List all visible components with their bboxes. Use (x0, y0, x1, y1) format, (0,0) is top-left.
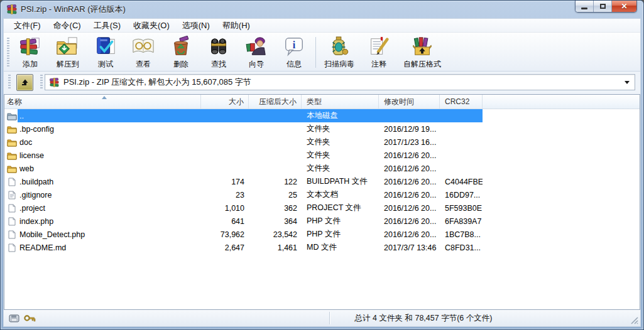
encryption-key-icon[interactable] (24, 314, 36, 322)
sort-ascending-icon (102, 96, 107, 99)
text-file-icon (7, 191, 17, 200)
combobox-dropdown-icon[interactable] (625, 81, 630, 84)
view-file-icon (130, 36, 156, 58)
file-icon (7, 243, 17, 252)
column-header-crc32[interactable]: CRC32 (440, 95, 483, 109)
menu-help[interactable]: 帮助(H) (216, 19, 256, 33)
addressbar-gripper[interactable] (8, 75, 11, 90)
virus-scan-icon (326, 36, 352, 58)
file-row[interactable]: license 文件夹 2016/12/6 20... (4, 149, 640, 162)
file-row[interactable]: index.php 641 364 PHP 文件 2016/12/6 20...… (4, 215, 640, 228)
file-row[interactable]: Mobile_Detect.php 73,962 23,542 PHP 文件 2… (4, 228, 640, 241)
menu-favorites[interactable]: 收藏夹(O) (127, 19, 176, 33)
minimize-button[interactable] (576, 1, 594, 12)
tool-label: 删除 (173, 59, 188, 70)
resize-grip[interactable] (630, 316, 639, 325)
comment-icon (366, 36, 392, 58)
file-row-updir[interactable]: .. 本地磁盘 (4, 109, 640, 122)
folder-icon (7, 125, 17, 134)
test-button[interactable]: 测试 (87, 34, 124, 71)
menu-tools[interactable]: 工具(S) (87, 19, 127, 33)
tool-label: 查找 (211, 59, 226, 70)
window-title: PSI.zip - WinRAR (评估版本) (21, 4, 126, 15)
file-row[interactable]: .gitignore 23 25 文本文档 2016/12/6 20... 16… (4, 188, 640, 201)
extract-to-button[interactable]: 解压到 (49, 34, 87, 71)
toolbar-separator (315, 37, 316, 68)
sfx-button[interactable]: 自解压格式 (398, 34, 447, 71)
archive-description: PSI.zip - ZIP 压缩文件, 解包大小为 15,607,085 字节 (63, 77, 621, 88)
menubar: 文件(F) 命令(C) 工具(S) 收藏夹(O) 选项(N) 帮助(H) (4, 19, 640, 33)
archive-path-combobox[interactable]: PSI.zip - ZIP 压缩文件, 解包大小为 15,607,085 字节 (45, 74, 635, 90)
info-button[interactable]: i 信息 (275, 34, 313, 71)
file-row[interactable]: README.md 2,647 1,461 MD 文件 2017/3/7 13:… (4, 241, 640, 254)
file-list: .. 本地磁盘 .bp-config (4, 109, 640, 309)
tool-label: 解压到 (57, 59, 79, 70)
find-button[interactable]: 查找 (200, 34, 237, 71)
tool-label: 注释 (371, 59, 386, 70)
find-icon (205, 36, 232, 58)
file-icon (7, 178, 17, 186)
column-header-packed[interactable]: 压缩后大小 (249, 95, 302, 109)
statusbar-separator (329, 312, 330, 324)
wizard-icon (243, 36, 270, 58)
tool-label: 添加 (23, 59, 38, 70)
file-icon (7, 217, 17, 226)
file-row[interactable]: .project 1,010 362 PROJECT 文件 2016/12/6 … (4, 201, 640, 215)
info-icon: i (281, 36, 307, 58)
client-area: 文件(F) 命令(C) 工具(S) 收藏夹(O) 选项(N) 帮助(H) 添加 (3, 18, 641, 327)
svg-text:i: i (293, 40, 296, 50)
folder-up-icon (7, 112, 17, 120)
menu-options[interactable]: 选项(N) (176, 19, 216, 33)
titlebar: PSI.zip - WinRAR (评估版本) ✕ (1, 1, 643, 18)
statusbar: 总计 4 文件夹 和 78,457 字节(6 个文件) (4, 309, 640, 326)
file-row[interactable]: doc 文件夹 2017/1/23 16... (4, 136, 640, 149)
file-row[interactable]: web 文件夹 2016/12/6 20... (4, 162, 640, 175)
file-list-panel: 名称 大小 压缩后大小 类型 修改时间 CRC32 (4, 94, 640, 309)
tool-label: 自解压格式 (403, 59, 441, 70)
file-row[interactable]: .bp-config 文件夹 2016/12/9 19... (4, 122, 640, 136)
column-header-modified[interactable]: 修改时间 (379, 95, 440, 109)
tool-label: 查看 (136, 59, 151, 70)
delete-button[interactable]: 删除 (162, 34, 200, 71)
tool-label: 信息 (287, 59, 302, 70)
menu-commands[interactable]: 命令(C) (47, 19, 87, 33)
file-icon (7, 204, 17, 213)
close-icon: ✕ (621, 3, 627, 10)
add-archive-icon (17, 36, 43, 58)
add-button[interactable]: 添加 (11, 34, 49, 71)
winrar-logo-icon (6, 4, 18, 14)
column-headers: 名称 大小 压缩后大小 类型 修改时间 CRC32 (4, 95, 640, 109)
folder-icon (7, 164, 17, 173)
folder-icon (7, 138, 17, 147)
column-header-type[interactable]: 类型 (302, 95, 379, 109)
column-header-filler (483, 95, 640, 109)
tool-label: 测试 (98, 59, 113, 70)
winrar-window: PSI.zip - WinRAR (评估版本) ✕ 文件(F) 命令(C) 工具… (0, 0, 644, 330)
close-button[interactable]: ✕ (612, 1, 636, 12)
tool-label: 向导 (249, 59, 264, 70)
addressbar-gripper-2[interactable] (40, 75, 43, 90)
addressbar: PSI.zip - ZIP 压缩文件, 解包大小为 15,607,085 字节 (4, 72, 640, 94)
toolbar-gripper[interactable] (7, 38, 9, 67)
maximize-icon (600, 4, 606, 9)
delete-icon (168, 36, 194, 58)
up-arrow-icon (20, 77, 30, 87)
sfx-icon (409, 36, 435, 58)
file-row[interactable]: .buildpath 174 122 BUILDPATH 文件 2016/12/… (4, 175, 640, 188)
virus-scan-button[interactable]: 扫描病毒 (319, 34, 360, 71)
window-controls: ✕ (575, 1, 637, 13)
disk-activity-icon[interactable] (9, 314, 20, 323)
column-header-size[interactable]: 大小 (201, 95, 249, 109)
menu-file[interactable]: 文件(F) (8, 19, 47, 33)
folder-icon (7, 151, 17, 160)
up-one-level-button[interactable] (16, 74, 33, 91)
wizard-button[interactable]: 向导 (237, 34, 275, 71)
test-archive-icon (92, 36, 119, 58)
extract-to-icon (55, 36, 81, 58)
comment-button[interactable]: 注释 (360, 34, 398, 71)
tool-label: 扫描病毒 (324, 59, 354, 70)
maximize-button[interactable] (594, 1, 612, 12)
toolbar: 添加 解压到 测 (4, 33, 640, 72)
minimize-icon (581, 8, 587, 9)
view-button[interactable]: 查看 (124, 34, 162, 71)
